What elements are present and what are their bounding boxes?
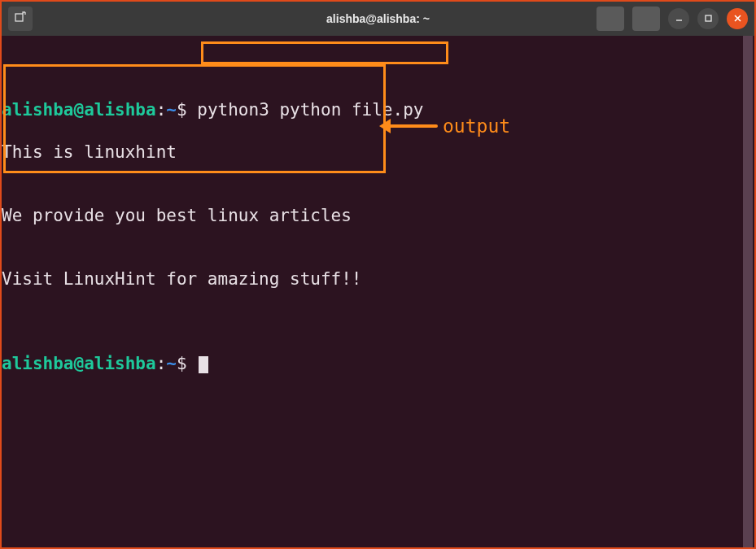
maximize-icon bbox=[704, 12, 713, 25]
menu-button[interactable] bbox=[632, 7, 660, 31]
prompt-user-host: alishba@alishba bbox=[2, 354, 156, 373]
terminal-body[interactable]: alishba@alishba:~$ python3 python file.p… bbox=[2, 36, 754, 547]
prompt-dollar: $ bbox=[177, 354, 187, 373]
prompt-path: ~ bbox=[166, 100, 177, 120]
output-line-3: We provide you best linux articles bbox=[2, 205, 754, 226]
terminal-content: alishba@alishba:~$ python3 python file.p… bbox=[2, 78, 754, 416]
prompt-path: ~ bbox=[166, 354, 177, 373]
prompt-dollar: $ bbox=[177, 100, 187, 120]
new-tab-button[interactable] bbox=[8, 7, 33, 31]
prompt-user-host: alishba@alishba bbox=[2, 100, 156, 120]
prompt-separator: : bbox=[156, 354, 167, 373]
scrollbar-thumb[interactable] bbox=[743, 36, 753, 547]
command-text: python3 python file.py bbox=[197, 100, 423, 120]
svg-rect-0 bbox=[15, 14, 23, 21]
output-line-1: This is linuxhint bbox=[2, 142, 754, 163]
titlebar: alishba@alishba: ~ bbox=[2, 2, 754, 36]
output-line-5: Visit LinuxHint for amazing stuff!! bbox=[2, 268, 754, 290]
minimize-button[interactable] bbox=[668, 8, 689, 29]
new-tab-icon bbox=[14, 11, 27, 27]
svg-rect-7 bbox=[706, 15, 711, 21]
titlebar-left bbox=[8, 7, 33, 31]
annotation-command-highlight bbox=[201, 41, 448, 64]
titlebar-right bbox=[596, 7, 748, 31]
terminal-window: alishba@alishba: ~ bbox=[0, 0, 756, 549]
minimize-icon bbox=[675, 12, 684, 25]
close-button[interactable] bbox=[727, 8, 748, 29]
scrollbar[interactable] bbox=[741, 36, 754, 547]
output-blank bbox=[2, 311, 754, 332]
prompt-separator: : bbox=[156, 100, 167, 120]
search-button[interactable] bbox=[596, 7, 624, 31]
prompt-line-1: alishba@alishba:~$ python3 python file.p… bbox=[2, 99, 754, 120]
close-icon bbox=[733, 12, 742, 25]
maximize-button[interactable] bbox=[697, 8, 719, 29]
cursor bbox=[199, 356, 208, 373]
prompt-line-2: alishba@alishba:~$ bbox=[2, 353, 754, 374]
